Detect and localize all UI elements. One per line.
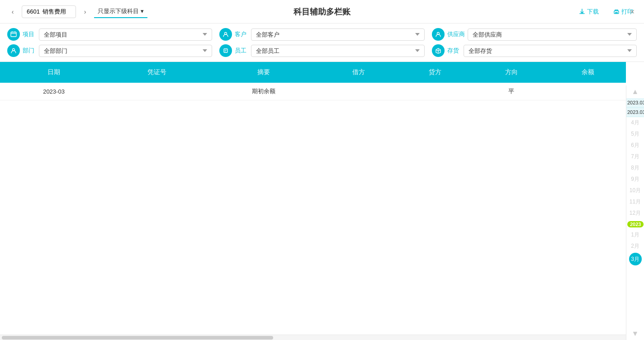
table-header-row: 日期 凭证号 摘要 借方 贷方 方向 余额 [0,62,626,83]
supplier-icon [432,28,445,41]
print-icon [613,9,620,15]
customer-icon [219,28,232,41]
download-icon [579,9,585,15]
col-balance: 余额 [549,62,626,83]
timeline-item-1[interactable]: 1月 [626,229,644,241]
svg-rect-1 [615,12,618,13]
supplier-label: 供应商 [447,30,465,38]
col-debit: 借方 [321,62,397,83]
employee-select[interactable]: 全部员工 [251,45,424,57]
department-label: 部门 [23,47,36,55]
chevron-down-icon: ▾ [141,8,144,14]
filter-row-2: 部门 全部部门 员工 全部员工 [7,44,637,57]
col-date: 日期 [0,62,108,83]
customer-label: 客户 [235,30,248,38]
nav-prev-button[interactable]: ‹ [7,6,18,17]
cell-balance [549,83,626,100]
timeline-item-6[interactable]: 6月 [626,140,644,151]
inventory-icon [432,44,445,57]
svg-rect-6 [224,49,227,52]
filter-area: 项目 全部项目 客户 全部客户 [0,24,644,62]
account-code: 6601 [27,8,40,15]
inventory-select[interactable]: 全部存货 [464,45,637,57]
col-voucher: 凭证号 [108,62,206,83]
table-row[interactable]: 2023-03 期初余额 平 [0,83,626,100]
timeline-item-7[interactable]: 7月 [626,151,644,162]
account-name: 销售费用 [43,8,66,16]
svg-rect-2 [11,32,16,37]
customer-select[interactable]: 全部客户 [251,28,424,41]
col-direction: 方向 [474,62,550,83]
account-code-box: 6601 销售费用 [22,5,76,18]
ledger-table: 日期 凭证号 摘要 借方 贷方 方向 余额 2023-03 期初余额 [0,62,626,100]
cell-date: 2023-03 [0,83,108,100]
timeline-item-8[interactable]: 8月 [626,162,644,174]
project-select[interactable]: 全部项目 [39,28,212,41]
project-label: 项目 [23,30,36,38]
filter-employee: 员工 全部员工 [219,44,424,57]
main-window: × ‹ 6601 销售费用 › 只显示下级科目 ▾ 科目辅助多栏账 下载 [0,0,644,340]
timeline-up-button[interactable]: ▲ [629,85,642,98]
timeline-down-button[interactable]: ▼ [629,327,642,340]
filter-customer: 客户 全部客户 [219,28,424,41]
page-title: 科目辅助多栏账 [294,6,350,17]
department-select[interactable]: 全部部门 [39,45,212,57]
timeline-item-3-active[interactable]: 3月 [626,252,644,266]
filter-project: 项目 全部项目 [7,28,212,41]
close-button[interactable]: × [626,5,639,18]
download-button[interactable]: 下载 [575,6,602,18]
timeline-item-12[interactable]: 12月 [626,208,644,219]
title-left: ‹ 6601 销售费用 › 只显示下级科目 ▾ [7,5,147,18]
horizontal-scrollbar[interactable] [0,335,626,340]
employee-label: 员工 [235,47,248,55]
cell-voucher [108,83,206,100]
timeline-item-10[interactable]: 10月 [626,185,644,196]
cell-summary: 期初余额 [206,83,321,100]
timeline-item-2[interactable]: 2月 [626,241,644,252]
filter-supplier: 供应商 全部供应商 [432,28,637,41]
cell-credit [397,83,474,100]
filter-row-1: 项目 全部项目 客户 全部客户 [7,28,637,41]
timeline-items: 2023.03 2023.03 4月 5月 6月 7月 8月 9月 10月 11… [626,98,644,327]
filter-sublevel-button[interactable]: 只显示下级科目 ▾ [94,5,147,18]
nav-next-button[interactable]: › [80,6,90,17]
inventory-label: 存货 [447,47,461,55]
filter-sublevel-label: 只显示下级科目 [98,7,139,15]
timeline-item-2023-03-1[interactable]: 2023.03 [626,98,644,108]
timeline-item-9[interactable]: 9月 [626,174,644,185]
scrollbar-thumb[interactable] [2,336,273,340]
timeline-item-4[interactable]: 4月 [626,117,644,128]
timeline-year-badge[interactable]: 2023 [626,219,644,229]
table-container: 日期 凭证号 摘要 借方 贷方 方向 余额 2023-03 期初余额 [0,62,626,335]
timeline-panel: ▲ 2023.03 2023.03 4月 5月 6月 7月 8月 9月 10月 … [626,85,644,340]
supplier-select[interactable]: 全部供应商 [468,28,637,41]
project-icon [7,28,20,41]
department-icon [7,44,20,57]
col-summary: 摘要 [206,62,321,83]
title-bar: ‹ 6601 销售费用 › 只显示下级科目 ▾ 科目辅助多栏账 下载 [0,0,644,24]
timeline-item-2023-03-2[interactable]: 2023.03 [626,108,644,117]
filter-department: 部门 全部部门 [7,44,212,57]
cell-direction: 平 [474,83,550,100]
filter-inventory: 存货 全部存货 [432,44,637,57]
timeline-item-11[interactable]: 11月 [626,196,644,208]
cell-debit [321,83,397,100]
timeline-item-5[interactable]: 5月 [626,128,644,140]
col-credit: 贷方 [397,62,474,83]
download-label: 下载 [587,8,599,16]
employee-icon [219,44,232,57]
